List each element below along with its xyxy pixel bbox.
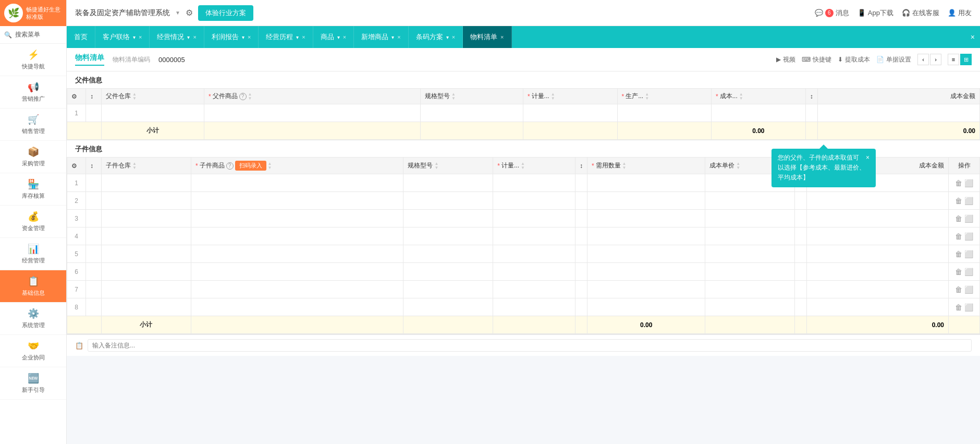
child-row-product-8[interactable] [191, 298, 403, 316]
tab-new-goods[interactable]: 新增商品 ▾ × [354, 26, 408, 48]
sub-tab-bom[interactable]: 物料清单 [75, 53, 104, 66]
child-row-cost-price-6[interactable] [705, 263, 795, 281]
sidebar-item-purchase[interactable]: 📦 采购管理 [0, 141, 66, 173]
tab-customers[interactable]: 客户联络 ▾ × [95, 26, 150, 48]
tab-goods[interactable]: 商品 ▾ × [313, 26, 354, 48]
nav-next-btn[interactable]: › [930, 54, 941, 65]
app-download-button[interactable]: 📱 App下载 [858, 8, 893, 18]
tab-home[interactable]: 首页 [67, 26, 95, 48]
child-row-cost-price-2[interactable] [705, 192, 795, 210]
child-col-settings[interactable]: ⚙ [67, 158, 86, 174]
delete-icon-1[interactable]: 🗑 [955, 179, 962, 187]
sidebar-item-finance[interactable]: 💰 资金管理 [0, 206, 66, 238]
child-row-product-3[interactable] [191, 210, 403, 227]
parent-row-prod-1[interactable] [617, 104, 712, 122]
copy-icon-4[interactable]: ⬜ [964, 232, 973, 241]
tab-profit-close[interactable]: × [248, 34, 251, 40]
child-row-warehouse-5[interactable] [102, 245, 191, 263]
child-row-needed-8[interactable] [587, 298, 705, 316]
tab-operations[interactable]: 经营情况 ▾ × [150, 26, 204, 48]
child-row-needed-7[interactable] [587, 281, 705, 298]
child-row-needed-3[interactable] [587, 210, 705, 227]
child-row-warehouse-1[interactable] [102, 174, 191, 192]
delete-icon-2[interactable]: 🗑 [955, 197, 962, 205]
child-row-product-1[interactable] [191, 174, 403, 192]
tab-history[interactable]: 经营历程 ▾ × [259, 26, 313, 48]
nav-prev-btn[interactable]: ‹ [917, 54, 929, 65]
parent-row-cost-1[interactable] [712, 104, 806, 122]
delete-icon-7[interactable]: 🗑 [955, 285, 962, 294]
child-row-cost-price-7[interactable] [705, 281, 795, 298]
child-row-qty-7[interactable] [493, 281, 575, 298]
tab-profit[interactable]: 利润报告 ▾ × [204, 26, 259, 48]
sidebar-item-basic-info[interactable]: 📋 基础信息 [0, 270, 66, 303]
child-row-warehouse-8[interactable] [102, 298, 191, 316]
child-row-product-4[interactable] [191, 227, 403, 245]
child-row-cost-price-8[interactable] [705, 298, 795, 316]
tab-bom[interactable]: 物料清单 × [463, 26, 511, 48]
child-row-warehouse-7[interactable] [102, 281, 191, 298]
copy-icon-6[interactable]: ⬜ [964, 268, 973, 276]
sidebar-item-enterprise[interactable]: 🤝 企业协同 [0, 335, 66, 367]
child-row-qty-2[interactable] [493, 192, 575, 210]
child-row-product-5[interactable] [191, 245, 403, 263]
child-row-spec-8[interactable] [403, 298, 493, 316]
user-button[interactable]: 👤 用友 [948, 8, 972, 18]
sidebar-item-inventory[interactable]: 🏪 库存核算 [0, 173, 66, 206]
delete-icon-8[interactable]: 🗑 [955, 303, 962, 311]
sidebar-item-system[interactable]: ⚙️ 系统管理 [0, 303, 66, 335]
child-row-spec-6[interactable] [403, 263, 493, 281]
shortcut-link[interactable]: ⌨ 快捷键 [802, 55, 831, 64]
child-row-qty-3[interactable] [493, 210, 575, 227]
tab-barcode[interactable]: 条码方案 ▾ × [409, 26, 463, 48]
memo-input[interactable] [88, 339, 972, 352]
parent-col-settings[interactable]: ⚙ [67, 89, 86, 104]
tab-customers-close[interactable]: × [139, 34, 142, 40]
child-row-spec-3[interactable] [403, 210, 493, 227]
child-row-warehouse-4[interactable] [102, 227, 191, 245]
child-row-needed-1[interactable] [587, 174, 705, 192]
close-all-tabs[interactable]: × [965, 33, 980, 41]
sidebar-item-quick-nav[interactable]: ⚡ 快捷导航 [0, 44, 66, 76]
child-row-qty-8[interactable] [493, 298, 575, 316]
parent-row-spec-1[interactable] [421, 104, 523, 122]
child-row-qty-6[interactable] [493, 263, 575, 281]
child-row-spec-2[interactable] [403, 192, 493, 210]
child-row-needed-4[interactable] [587, 227, 705, 245]
child-row-cost-price-3[interactable] [705, 210, 795, 227]
scan-button[interactable]: 扫码录入 [235, 161, 266, 171]
settings-icon[interactable]: ⚙ [186, 8, 193, 18]
child-row-needed-6[interactable] [587, 263, 705, 281]
tab-history-close[interactable]: × [302, 34, 305, 40]
layout-list-btn[interactable]: ≡ [948, 54, 959, 65]
parent-row-product-1[interactable] [204, 104, 420, 122]
child-row-warehouse-2[interactable] [102, 192, 191, 210]
trial-button[interactable]: 体验行业方案 [198, 5, 253, 21]
child-row-spec-7[interactable] [403, 281, 493, 298]
delete-icon-6[interactable]: 🗑 [955, 268, 962, 276]
single-settings-link[interactable]: 📄 单据设置 [876, 55, 911, 64]
child-row-qty-4[interactable] [493, 227, 575, 245]
child-row-needed-2[interactable] [587, 192, 705, 210]
message-button[interactable]: 💬 6 消息 [815, 8, 849, 18]
delete-icon-4[interactable]: 🗑 [955, 232, 962, 241]
child-row-spec-4[interactable] [403, 227, 493, 245]
tab-bom-close[interactable]: × [500, 34, 504, 40]
copy-icon-7[interactable]: ⬜ [964, 285, 973, 294]
delete-icon-3[interactable]: 🗑 [955, 214, 962, 223]
online-service-button[interactable]: 🎧 在线客服 [902, 8, 939, 18]
child-row-product-6[interactable] [191, 263, 403, 281]
child-row-qty-5[interactable] [493, 245, 575, 263]
parent-row-qty-1[interactable] [523, 104, 617, 122]
system-dropdown-arrow[interactable]: ▼ [175, 10, 180, 16]
search-menu[interactable]: 🔍 搜索菜单 [0, 26, 66, 44]
tab-barcode-close[interactable]: × [452, 34, 455, 40]
child-row-spec-1[interactable] [403, 174, 493, 192]
child-row-product-7[interactable] [191, 281, 403, 298]
child-row-spec-5[interactable] [403, 245, 493, 263]
child-row-warehouse-6[interactable] [102, 263, 191, 281]
delete-icon-5[interactable]: 🗑 [955, 250, 962, 258]
sidebar-item-operation[interactable]: 📊 经营管理 [0, 238, 66, 270]
child-row-warehouse-3[interactable] [102, 210, 191, 227]
child-row-qty-1[interactable] [493, 174, 575, 192]
